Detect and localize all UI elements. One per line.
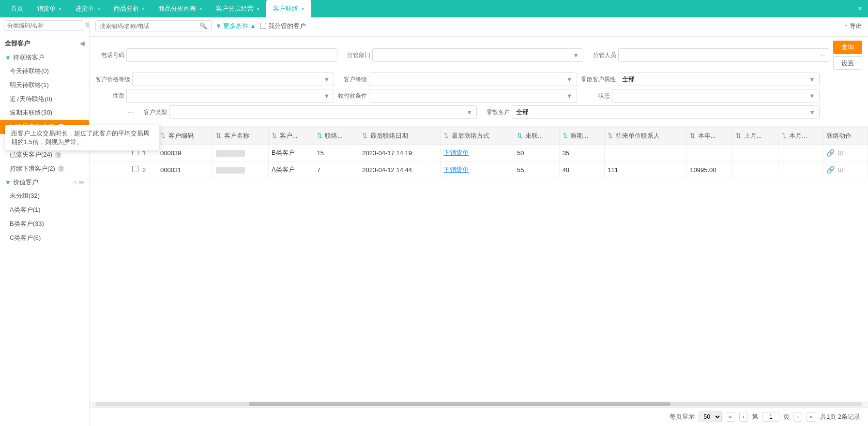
caret-down-icon: ▲ <box>250 22 256 29</box>
tab-purchase-order[interactable]: 进货单 × <box>68 0 107 17</box>
status-select[interactable]: ▼ <box>612 89 820 103</box>
close-sales-order-tab[interactable]: × <box>59 6 61 12</box>
sort-icon11: ⇅ <box>736 132 741 139</box>
more-filter-btn[interactable]: ··· <box>128 108 134 117</box>
page-suffix: 页 <box>783 412 790 421</box>
contact-method-link-2[interactable]: 下销货单 <box>443 166 469 173</box>
info-icon-declining: ? <box>58 165 64 172</box>
customer-type-select[interactable]: ▼ <box>169 105 477 119</box>
sort-icon10: ⇅ <box>690 132 695 139</box>
sidebar-item-declining[interactable]: 持续下滑客户(2) ? <box>0 162 89 176</box>
row2-actions: 🔗 ⊞ <box>826 166 865 174</box>
sidebar-pending-contact-group[interactable]: ▼ 待联络客户 <box>0 51 89 64</box>
sidebar-valuable-customer-group[interactable]: ▼ 价值客户 ○ ✏ <box>0 176 89 189</box>
manager-select[interactable]: ··· <box>618 48 829 62</box>
payment-caret: ▼ <box>566 92 573 100</box>
close-customer-contact-tab[interactable]: × <box>301 6 304 12</box>
td-last-month-1 <box>733 145 778 162</box>
page-input[interactable] <box>762 412 779 422</box>
customer-level-select[interactable]: ▼ <box>369 73 577 86</box>
sidebar-item-today[interactable]: 今天待联络(0) <box>0 64 89 78</box>
sidebar-item-7days[interactable]: 近7天待联络(0) <box>0 92 89 106</box>
grid-action-icon-2[interactable]: ⊞ <box>838 166 843 174</box>
next-page-btn[interactable]: › <box>793 412 802 422</box>
search-icon[interactable]: 🔍 <box>199 22 207 29</box>
content-area: 🔍 ▼ 更多条件 ▲ 我分管的客户 ↑ 导出 <box>90 17 868 426</box>
tab-sales-order[interactable]: 销货单 × <box>30 0 68 17</box>
tab-product-analysis-list[interactable]: 商品分析列表 × <box>152 0 209 17</box>
tab-customer-contact[interactable]: 客户联络 × <box>266 0 311 17</box>
my-customer-toggle[interactable]: 我分管的客户 <box>260 22 306 30</box>
last-page-btn[interactable]: » <box>806 412 816 422</box>
close-purchase-order-tab[interactable]: × <box>97 6 100 12</box>
horizontal-scrollbar[interactable] <box>90 401 868 407</box>
filter-cell-dept: 分管部门 ▼ <box>341 48 583 62</box>
my-customer-checkbox[interactable] <box>260 23 266 29</box>
td-contact-1: 15 <box>314 145 359 162</box>
th-last-month: ⇅ 上月... <box>733 128 778 145</box>
edit-group-icon[interactable]: ✏ <box>79 179 84 186</box>
export-icon: ↑ <box>845 22 848 29</box>
sidebar-search-icon[interactable]: 🔍 <box>85 22 90 29</box>
close-product-analysis-tab[interactable]: × <box>142 6 145 12</box>
search-input[interactable] <box>100 23 199 29</box>
close-customer-segmentation-tab[interactable]: × <box>257 6 259 12</box>
filter-cell-payment: 收付款条件 ▼ <box>338 89 577 103</box>
filter-cell-customer-level: 客户等级 ▼ <box>338 73 577 86</box>
filter-cell-retail-customer: 零散客户 全部 ▼ <box>481 105 820 119</box>
payment-select[interactable]: ▼ <box>369 89 577 103</box>
collapse-icon: ◀ <box>80 40 84 47</box>
sort-icon9: ⇅ <box>608 132 613 139</box>
price-level-select[interactable]: ▼ <box>132 73 334 86</box>
filter-cell-status: 状态 ▼ <box>581 89 820 103</box>
contact-method-link-1[interactable]: 下销货单 <box>443 149 469 156</box>
tab-product-analysis[interactable]: 商品分析 × <box>107 0 152 17</box>
row2-checkbox[interactable] <box>132 166 138 172</box>
table-header-row: ⚙ 序号 ⇅ 客户编码 ⇅ 客户名称 ⇅ <box>90 128 868 145</box>
per-page-label: 每页显示 <box>670 412 695 421</box>
tab-customer-segmentation[interactable]: 客户分层经营 × <box>209 0 266 17</box>
phone-input[interactable] <box>126 48 337 62</box>
grid-action-icon-1[interactable]: ⊞ <box>838 149 843 157</box>
sidebar-all-customers[interactable]: 全部客户 ◀ <box>0 36 89 51</box>
set-button[interactable]: 设置 <box>833 56 862 70</box>
sidebar-item-c-class[interactable]: C类客户(6) <box>0 231 89 245</box>
filter-row-level: 客户价格等级 ▼ 客户等级 ▼ 零散客户属性 全部 <box>95 73 862 86</box>
gender-select[interactable]: ▼ <box>126 89 334 103</box>
th-actions: 联络动作 <box>823 128 868 145</box>
link-action-icon-2[interactable]: 🔗 <box>826 166 835 174</box>
td-actions-1: 🔗 ⊞ <box>823 145 868 162</box>
close-product-analysis-list-tab[interactable]: × <box>199 6 202 12</box>
query-button[interactable]: 查询 <box>833 41 862 54</box>
td-last-month-2 <box>733 162 778 178</box>
sidebar-item-ungrouped[interactable]: 未分组(32) <box>0 189 89 203</box>
filter-cell-manager: 分管人员 ··· <box>587 48 829 62</box>
add-group-icon[interactable]: ○ <box>73 179 77 186</box>
td-not-contacted-2: 55 <box>514 162 559 178</box>
tab-home[interactable]: 首页 <box>4 0 30 17</box>
customer-table: ⚙ 序号 ⇅ 客户编码 ⇅ 客户名称 ⇅ <box>90 128 868 178</box>
prev-page-btn[interactable]: ‹ <box>739 412 748 422</box>
tooltip-repurchase: 距客户上次交易时长，超过了此客户的平均交易周期的1.5倍，则视为异常。 <box>5 125 90 151</box>
pagination-bar: 每页显示 50 « ‹ 第 页 › » 共1页 2条记录 <box>90 407 868 426</box>
sidebar-item-b-class[interactable]: B类客户(33) <box>0 217 89 231</box>
sidebar-search-input[interactable] <box>4 20 83 31</box>
dept-select[interactable]: ▼ <box>372 48 583 62</box>
th-code: ⇅ 客户编码 <box>157 128 213 145</box>
gender-caret: ▼ <box>323 92 330 100</box>
sidebar-item-tomorrow[interactable]: 明天待联络(1) <box>0 78 89 92</box>
retail-customer-select[interactable]: 全部 ▼ <box>512 105 820 119</box>
close-all-btn[interactable]: × <box>858 4 862 13</box>
td-date-1: 2023-04-17 14:19: <box>359 145 441 162</box>
th-name: ⇅ 客户名称 <box>213 128 268 145</box>
sidebar-item-overdue[interactable]: 逾期未联络(30) <box>0 106 89 120</box>
more-conditions-btn[interactable]: ▼ 更多条件 ▲ <box>215 22 256 30</box>
sidebar-item-a-class[interactable]: A类客户(1) <box>0 203 89 217</box>
retail-attr-select[interactable]: 全部 ▼ <box>618 73 820 86</box>
sort-icon2: ⇅ <box>216 132 221 139</box>
th-customer-level: ⇅ 客户... <box>268 128 314 145</box>
link-action-icon-1[interactable]: 🔗 <box>826 149 835 157</box>
export-button[interactable]: ↑ 导出 <box>845 22 863 30</box>
per-page-select[interactable]: 50 <box>699 411 722 422</box>
first-page-btn[interactable]: « <box>726 412 736 422</box>
